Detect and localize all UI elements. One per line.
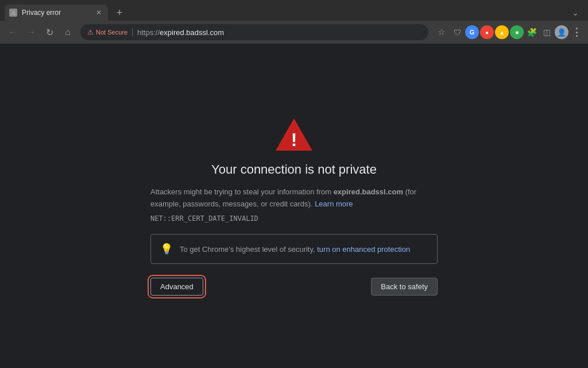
active-tab[interactable]: ⚠ Privacy error ✕: [5, 5, 108, 21]
url-text: https://expired.badssl.com: [137, 28, 421, 37]
ext-icon-3[interactable]: ●: [480, 25, 494, 39]
security-label: Not Secure: [96, 29, 127, 36]
tab-options-button[interactable]: ⌄: [567, 5, 583, 21]
extension-icons: 🛡 G ● ▲ ★ 🧩 ◫ 👤 ⋮: [450, 25, 583, 39]
error-container: ! Your connection is not private Attacke…: [150, 116, 438, 296]
url-https: https://: [137, 28, 160, 37]
tab-bar: ⚠ Privacy error ✕ + ⌄: [0, 0, 588, 21]
menu-button[interactable]: ⋮: [570, 25, 583, 39]
description-domain: expired.badssl.com: [334, 187, 403, 196]
svg-text:!: !: [291, 129, 297, 150]
ext-icon-1[interactable]: 🛡: [450, 25, 464, 39]
action-buttons: Advanced Back to safety: [150, 278, 438, 296]
ext-icon-5[interactable]: ★: [510, 25, 524, 39]
forward-button[interactable]: →: [23, 24, 39, 40]
advanced-button[interactable]: Advanced: [150, 278, 203, 296]
bookmark-button[interactable]: ☆: [433, 24, 449, 40]
ext-icon-4[interactable]: ▲: [495, 25, 509, 39]
security-badge[interactable]: ⚠ Not Secure: [87, 28, 127, 36]
split-view-button[interactable]: ◫: [540, 25, 554, 39]
tab-close-button[interactable]: ✕: [94, 8, 103, 17]
learn-more-link[interactable]: Learn more: [315, 200, 353, 208]
tab-title: Privacy error: [22, 9, 90, 17]
lightbulb-icon: 💡: [160, 243, 173, 255]
tab-favicon: ⚠: [9, 9, 17, 17]
browser-chrome: ⚠ Privacy error ✕ + ⌄ ← → ↻ ⌂ ⚠ Not Secu…: [0, 0, 588, 44]
back-to-safety-button[interactable]: Back to safety: [371, 278, 438, 296]
warning-icon: ⚠: [87, 28, 94, 36]
url-domain: expired.badssl.com: [160, 28, 224, 37]
tab-bar-right: ⌄: [567, 5, 588, 21]
back-button[interactable]: ←: [5, 24, 21, 40]
address-bar-right: ☆ 🛡 G ● ▲ ★ 🧩 ◫ 👤 ⋮: [433, 24, 583, 40]
error-description: Attackers might be trying to steal your …: [150, 186, 438, 210]
extensions-puzzle-button[interactable]: 🧩: [525, 25, 539, 39]
reload-button[interactable]: ↻: [41, 24, 57, 40]
new-tab-button[interactable]: +: [111, 5, 127, 21]
enhanced-protection-link[interactable]: turn on enhanced protection: [317, 245, 410, 254]
suggestion-prefix: To get Chrome's highest level of securit…: [180, 245, 317, 254]
ext-icon-2[interactable]: G: [465, 25, 479, 39]
warning-triangle-icon: !: [273, 116, 315, 153]
error-title: Your connection is not private: [211, 162, 377, 177]
error-code: NET::ERR_CERT_DATE_INVALID: [150, 214, 438, 223]
profile-button[interactable]: 👤: [555, 25, 568, 39]
description-prefix: Attackers might be trying to steal your …: [150, 187, 334, 196]
url-bar[interactable]: ⚠ Not Secure https://expired.badssl.com: [80, 24, 428, 40]
home-button[interactable]: ⌂: [60, 24, 76, 40]
security-suggestion-box: 💡 To get Chrome's highest level of secur…: [150, 234, 438, 264]
main-content: ! Your connection is not private Attacke…: [0, 44, 588, 368]
url-divider: [132, 28, 133, 36]
security-suggestion-text: To get Chrome's highest level of securit…: [180, 244, 410, 255]
address-bar: ← → ↻ ⌂ ⚠ Not Secure https://expired.bad…: [0, 21, 588, 44]
